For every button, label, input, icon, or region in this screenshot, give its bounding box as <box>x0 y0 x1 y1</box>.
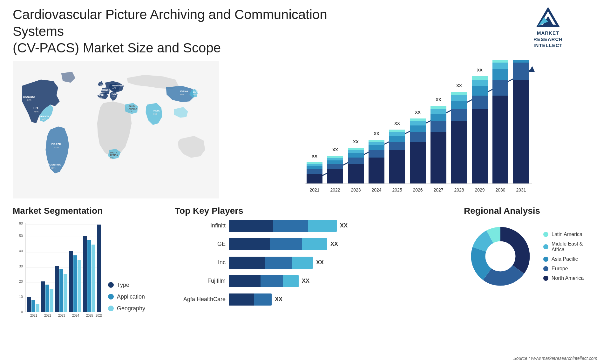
svg-text:MEXICO: MEXICO <box>39 115 49 118</box>
svg-rect-97 <box>472 80 488 86</box>
svg-text:CANADA: CANADA <box>23 95 35 98</box>
map-section: CANADA xx% U.S. xx% MEXICO xx% BRAZIL xx… <box>13 60 219 199</box>
player-bar-wrap-fujifilm: XX <box>229 275 454 287</box>
svg-rect-83 <box>430 109 446 114</box>
svg-text:SOUTH: SOUTH <box>110 151 117 153</box>
svg-text:2021: 2021 <box>30 314 37 317</box>
legend-item-geography: Geography <box>108 305 145 312</box>
player-bar-agfa <box>229 293 272 306</box>
svg-rect-148 <box>97 225 101 312</box>
svg-rect-42 <box>307 162 322 164</box>
svg-text:xx%: xx% <box>54 146 59 149</box>
reg-legend-mea: Middle East &Africa <box>543 241 584 253</box>
svg-rect-38 <box>307 174 322 184</box>
svg-text:2023: 2023 <box>58 314 65 317</box>
donut-area: Latin America Middle East &Africa Asia P… <box>464 220 597 293</box>
player-row-infinitt: Infinitt XX <box>175 220 454 232</box>
player-name-inc: Inc <box>175 259 226 266</box>
svg-rect-56 <box>348 148 364 150</box>
svg-rect-142 <box>78 260 81 312</box>
page-title: Cardiovascular Picture Archiving and Com… <box>13 6 362 57</box>
svg-text:2030: 2030 <box>495 187 505 192</box>
svg-rect-98 <box>472 76 488 80</box>
svg-text:2026: 2026 <box>413 187 423 192</box>
svg-rect-144 <box>83 236 87 312</box>
svg-rect-46 <box>327 164 343 169</box>
player-xx-agfa: XX <box>275 296 282 303</box>
legend-item-type: Type <box>108 282 145 288</box>
players-bars: Infinitt XX GE <box>175 220 454 306</box>
logo-text: MARKET RESEARCH INTELLECT <box>533 30 563 49</box>
svg-text:10: 10 <box>19 295 23 299</box>
player-bar-infinitt <box>229 220 337 232</box>
logo-block: MARKET RESEARCH INTELLECT <box>499 6 597 49</box>
svg-rect-141 <box>73 255 77 312</box>
svg-text:2021: 2021 <box>309 187 319 192</box>
svg-text:INDIA: INDIA <box>153 109 160 112</box>
svg-text:60: 60 <box>19 221 23 225</box>
svg-text:0: 0 <box>21 310 23 314</box>
player-row-ge: GE XX <box>175 238 454 250</box>
svg-text:GERMANY: GERMANY <box>112 84 124 87</box>
svg-rect-110 <box>513 60 529 63</box>
svg-rect-88 <box>451 109 467 121</box>
reg-dot-apac <box>543 257 548 262</box>
svg-text:AFRICA: AFRICA <box>110 154 118 156</box>
svg-rect-130 <box>36 304 39 312</box>
svg-text:xx%: xx% <box>34 110 38 113</box>
growth-bar-chart: XX 2021 XX 2022 XX 2023 <box>232 60 597 199</box>
player-xx-ge: XX <box>330 241 338 247</box>
players-title: Top Key Players <box>175 206 454 216</box>
svg-text:SAUDI: SAUDI <box>128 105 135 107</box>
svg-rect-95 <box>472 96 488 109</box>
svg-text:ARABIA: ARABIA <box>128 107 137 110</box>
svg-text:U.S.: U.S. <box>33 106 39 110</box>
svg-rect-140 <box>69 251 73 312</box>
svg-rect-49 <box>327 156 343 158</box>
svg-text:2025: 2025 <box>392 187 402 192</box>
reg-dot-latin <box>543 232 548 237</box>
svg-rect-73 <box>410 142 426 184</box>
svg-text:xx%: xx% <box>51 167 56 169</box>
player-xx-fujifilm: XX <box>302 278 309 284</box>
svg-rect-75 <box>410 125 426 132</box>
svg-text:XX: XX <box>456 83 462 88</box>
svg-rect-128 <box>27 297 31 312</box>
svg-text:xx%: xx% <box>128 110 132 112</box>
segmentation-section: Market Segmentation 0 10 20 30 40 50 <box>13 206 165 364</box>
bar-chart-section: XX 2021 XX 2022 XX 2023 <box>226 60 597 199</box>
svg-rect-146 <box>92 245 95 312</box>
svg-text:20: 20 <box>19 280 23 283</box>
svg-text:2027: 2027 <box>433 187 443 192</box>
svg-rect-70 <box>389 130 405 132</box>
svg-rect-103 <box>492 69 508 80</box>
svg-text:xx%: xx% <box>27 98 31 101</box>
svg-rect-59 <box>369 158 384 184</box>
svg-rect-108 <box>513 80 529 184</box>
svg-text:U.K.: U.K. <box>100 81 104 84</box>
svg-text:2025: 2025 <box>86 314 93 317</box>
legend-dot-geography <box>108 306 114 311</box>
svg-text:XX: XX <box>394 121 400 126</box>
svg-text:xx%: xx% <box>193 93 197 95</box>
svg-text:SPAIN: SPAIN <box>98 94 105 96</box>
svg-rect-47 <box>327 160 343 164</box>
svg-rect-87 <box>451 121 467 184</box>
svg-rect-84 <box>430 106 446 109</box>
svg-text:CHINA: CHINA <box>180 90 188 92</box>
svg-text:2029: 2029 <box>475 187 485 192</box>
svg-marker-37 <box>529 66 535 72</box>
svg-rect-67 <box>389 142 405 150</box>
svg-text:2022: 2022 <box>44 314 51 317</box>
svg-text:JAPAN: JAPAN <box>193 91 200 93</box>
svg-rect-94 <box>472 109 488 184</box>
svg-rect-89 <box>451 101 467 109</box>
player-name-ge: GE <box>175 241 226 247</box>
player-bar-inc <box>229 257 313 269</box>
svg-rect-48 <box>327 158 343 160</box>
svg-text:30: 30 <box>19 264 23 268</box>
player-name-agfa: Agfa HealthCare <box>175 296 226 303</box>
svg-text:XX: XX <box>332 147 338 152</box>
content-top: CANADA xx% U.S. xx% MEXICO xx% BRAZIL xx… <box>13 60 597 199</box>
svg-rect-109 <box>513 63 529 80</box>
